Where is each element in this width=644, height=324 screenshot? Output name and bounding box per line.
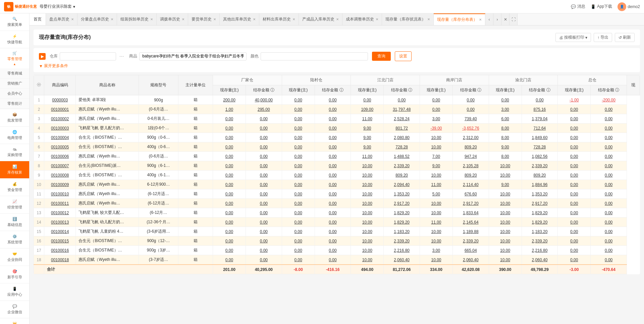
row-data-4[interactable]: 10.00 <box>351 218 384 227</box>
row-code[interactable]: 00100009 <box>44 180 76 189</box>
search-button[interactable]: 查询 <box>372 52 391 61</box>
row-data-0[interactable]: 0.00 <box>213 133 246 142</box>
row-data-8[interactable]: 8.00 <box>489 124 522 133</box>
app-download-btn[interactable]: 📱 App下载 <box>591 4 612 9</box>
sidebar-item-corp-wechat[interactable]: 💬 企业微信 <box>0 301 29 318</box>
row-data-4[interactable]: 10.00 <box>351 236 384 246</box>
row-code[interactable]: 00100011 <box>44 199 76 208</box>
row-code[interactable]: 00100005 <box>44 142 76 152</box>
sidebar-item-wholesale[interactable]: 📦 批发管理 <box>0 109 29 127</box>
row-data-0[interactable]: 0.00 <box>213 227 246 236</box>
row-data-10[interactable]: 0.00 <box>558 114 591 124</box>
tab-other-out[interactable]: 其他出库单历史 ✕ <box>220 13 259 26</box>
tab-close-transfer[interactable]: ✕ <box>182 17 184 21</box>
row-data-8[interactable]: 10.00 <box>489 189 522 199</box>
row-code[interactable]: 00100018 <box>44 255 76 265</box>
row-data-6[interactable]: 11.00 <box>420 218 453 227</box>
warehouse-input[interactable] <box>60 52 116 60</box>
row-data-2[interactable]: 0.00 <box>282 227 315 236</box>
export-btn[interactable]: ↑ 导出 <box>594 33 612 42</box>
print-btn[interactable]: 🖨 按模板打印 ▾ <box>555 33 591 42</box>
tab-cost-adjust[interactable]: 成本调整单历史 ✕ <box>342 13 382 26</box>
tab-close-other-out[interactable]: ✕ <box>253 17 256 21</box>
store-selector[interactable]: 母婴行业演示陈套 ▾ <box>40 4 75 9</box>
row-data-8[interactable]: 10.00 <box>489 208 522 218</box>
tab-nav-prev[interactable]: ‹ <box>485 13 493 26</box>
row-data-6[interactable]: 10.00 <box>420 133 453 142</box>
row-data-10[interactable]: 0.00 <box>558 124 591 133</box>
sidebar-item-vip-member[interactable]: 👑 畅会员 <box>0 318 29 324</box>
row-code[interactable]: 00100007 <box>44 161 76 171</box>
row-data-4[interactable]: 10.00 <box>351 199 384 208</box>
row-data-0[interactable]: 0.00 <box>213 124 246 133</box>
row-data-2[interactable]: 0.00 <box>282 152 315 161</box>
tab-home[interactable]: 首页 <box>30 13 46 26</box>
row-data-10[interactable]: 0.00 <box>558 189 591 199</box>
goods-input[interactable] <box>139 52 247 60</box>
tab-inventory-dist[interactable]: 现存量（库存分布表） ✕ <box>434 13 485 26</box>
sidebar-item-basic-info[interactable]: ℹ️ 基础信息 <box>0 214 29 231</box>
row-data-8[interactable]: 3.00 <box>489 105 522 114</box>
row-data-0[interactable]: 0.00 <box>213 246 246 255</box>
row-data-4[interactable]: 9.00 <box>351 124 384 133</box>
sidebar-item-retail-store[interactable]: 零售商城 <box>0 68 29 79</box>
row-data-10[interactable]: 0.00 <box>558 246 591 255</box>
row-data-10[interactable]: 0.00 <box>558 133 591 142</box>
tab-close-inv-dist[interactable]: ✕ <box>479 18 482 21</box>
row-code[interactable]: 00100002 <box>44 114 76 124</box>
row-data-0[interactable]: 0.00 <box>213 218 246 227</box>
tab-fullscreen[interactable]: ⛶ <box>509 13 518 26</box>
row-data-4[interactable]: 10.00 <box>351 255 384 265</box>
row-data-10[interactable]: 0.00 <box>558 208 591 218</box>
row-data-4[interactable]: 11.00 <box>351 152 384 161</box>
row-data-10[interactable]: 0.00 <box>558 161 591 171</box>
row-code[interactable]: 00100013 <box>44 218 76 227</box>
tab-close-product-in[interactable]: ✕ <box>336 17 339 21</box>
tab-assembly[interactable]: 组装拆卸单历史 ✕ <box>117 13 157 26</box>
row-code[interactable]: 00100010 <box>44 189 76 199</box>
tab-stocktake[interactable]: 盘点单历史 ✕ <box>46 13 77 26</box>
row-data-4[interactable]: 11.00 <box>351 114 384 124</box>
row-data-6[interactable]: 10.00 <box>420 236 453 246</box>
row-data-8[interactable]: 8.00 <box>489 152 522 161</box>
row-code[interactable]: 00100008 <box>44 171 76 180</box>
row-data-10[interactable]: 0.00 <box>558 236 591 246</box>
row-data-10[interactable]: 0.00 <box>558 180 591 189</box>
warehouse-menu-icon[interactable]: ··· <box>118 53 125 59</box>
tab-nav-next[interactable]: › <box>493 13 501 26</box>
row-data-2[interactable]: 0.00 <box>282 208 315 218</box>
tab-close-split[interactable]: ✕ <box>111 17 113 21</box>
tab-close-requisition[interactable]: ✕ <box>213 17 216 21</box>
row-data-0[interactable]: 1.00 <box>213 105 246 114</box>
row-data-4[interactable]: 9.00 <box>351 133 384 142</box>
sidebar-item-marketing[interactable]: 营销推广 <box>0 79 29 89</box>
tab-close-all[interactable]: ✕ <box>501 13 509 26</box>
row-data-4[interactable]: 10.00 <box>351 180 384 189</box>
refresh-btn[interactable]: ↺ 刷新 <box>615 33 635 42</box>
row-data-0[interactable]: 0.00 <box>213 180 246 189</box>
row-data-8[interactable]: 0.00 <box>489 95 522 105</box>
row-data-8[interactable]: 10.00 <box>489 236 522 246</box>
row-data-0[interactable]: 0.00 <box>213 161 246 171</box>
row-data-2[interactable]: 0.00 <box>282 114 315 124</box>
row-data-8[interactable]: 10.00 <box>489 161 522 171</box>
row-code[interactable]: 00100004 <box>44 133 76 142</box>
row-data-2[interactable]: 0.00 <box>282 142 315 152</box>
row-data-8[interactable]: 10.00 <box>489 199 522 208</box>
row-data-4[interactable]: 10.00 <box>351 246 384 255</box>
row-data-10[interactable]: 0.00 <box>558 171 591 180</box>
row-data-6[interactable]: 10.00 <box>420 227 453 236</box>
row-data-8[interactable]: 10.00 <box>489 246 522 255</box>
tab-close-cost-adjust[interactable]: ✕ <box>376 17 378 21</box>
settings-button[interactable]: 设置 <box>395 51 412 61</box>
row-data-0[interactable]: 0.00 <box>213 255 246 265</box>
row-data-6[interactable]: 10.00 <box>420 208 453 218</box>
row-data-10[interactable]: 0.00 <box>558 255 591 265</box>
row-data-6[interactable]: 11.00 <box>420 180 453 189</box>
row-data-2[interactable]: 0.00 <box>282 161 315 171</box>
sidebar-item-ecommerce[interactable]: 🌐 电商管理 <box>0 127 29 144</box>
row-data-10[interactable]: 0.00 <box>558 199 591 208</box>
sidebar-item-operations[interactable]: 📈 经营管理 <box>0 196 29 214</box>
tab-split-stocktake[interactable]: 分量盘点单历史 ✕ <box>77 13 117 26</box>
row-data-6[interactable]: 3.00 <box>420 114 453 124</box>
